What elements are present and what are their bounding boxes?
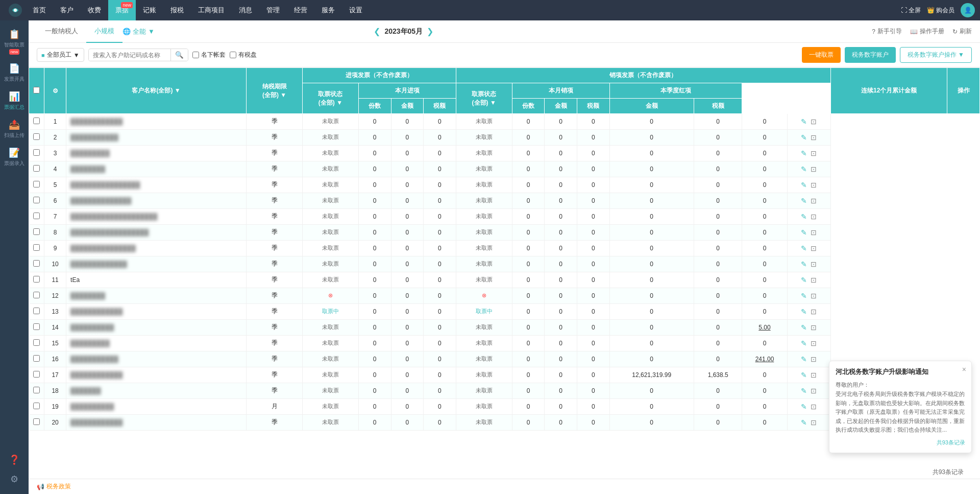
row-checkbox[interactable]	[29, 240, 44, 256]
next-period-btn[interactable]: ❯	[427, 27, 433, 36]
edit-btn[interactable]: ✎	[800, 354, 808, 364]
row-checkbox[interactable]	[29, 272, 44, 288]
copy-btn[interactable]: ⊡	[810, 291, 818, 301]
nav-billing[interactable]: 收费	[81, 0, 108, 20]
edit-btn[interactable]: ✎	[800, 322, 808, 333]
copy-btn[interactable]: ⊡	[810, 354, 818, 364]
nav-invoice[interactable]: 票据 new	[108, 0, 136, 20]
sidebar-item-invoice-entry[interactable]: 📝 票据录入	[0, 143, 29, 171]
fullscreen-btn[interactable]: ⛶ 全屏	[901, 6, 921, 15]
edit-btn[interactable]: ✎	[800, 164, 808, 174]
row-checkbox[interactable]	[29, 319, 44, 335]
edit-btn[interactable]: ✎	[800, 386, 808, 396]
edit-btn[interactable]: ✎	[800, 307, 808, 317]
row-checkbox[interactable]	[29, 398, 44, 414]
sidebar-item-help[interactable]: ❓	[9, 450, 20, 469]
tax-account-btn[interactable]: 税务数字账户	[845, 47, 896, 63]
edit-btn[interactable]: ✎	[800, 291, 808, 301]
edit-btn[interactable]: ✎	[800, 227, 808, 238]
nav-customers[interactable]: 客户	[53, 0, 81, 20]
copy-btn[interactable]: ⊡	[810, 322, 818, 333]
sidebar-item-invoice-open[interactable]: 📄 发票开具	[0, 59, 29, 87]
edit-btn[interactable]: ✎	[800, 275, 808, 285]
edit-btn[interactable]: ✎	[800, 132, 808, 143]
tax-account-op-btn[interactable]: 税务数字账户操作 ▼	[900, 47, 972, 63]
has-invoice-checkbox[interactable]: 有税盘	[230, 51, 257, 59]
copy-btn[interactable]: ⊡	[810, 227, 818, 238]
tab-general-taxpayer[interactable]: 一般纳税人	[37, 20, 86, 43]
edit-btn[interactable]: ✎	[800, 211, 808, 222]
row-checkbox[interactable]	[29, 193, 44, 208]
nav-home[interactable]: 首页	[26, 0, 53, 20]
row-checkbox[interactable]	[29, 114, 44, 130]
edit-btn[interactable]: ✎	[800, 243, 808, 253]
copy-btn[interactable]: ⊡	[810, 386, 818, 396]
one-click-fetch-btn[interactable]: 一键取票	[802, 47, 841, 63]
copy-btn[interactable]: ⊡	[810, 402, 818, 412]
copy-btn[interactable]: ⊡	[810, 211, 818, 222]
nav-management[interactable]: 管理	[259, 0, 287, 20]
edit-btn[interactable]: ✎	[800, 417, 808, 428]
nav-service[interactable]: 服务	[314, 0, 342, 20]
sidebar-item-config[interactable]: ⚙	[9, 469, 20, 489]
member-btn[interactable]: 👑 购会员	[927, 6, 954, 15]
row-checkbox[interactable]	[29, 145, 44, 161]
search-input[interactable]	[89, 50, 170, 61]
row-checkbox[interactable]	[29, 367, 44, 383]
row-checkbox[interactable]	[29, 288, 44, 303]
copy-btn[interactable]: ⊡	[810, 132, 818, 143]
nav-operation[interactable]: 经营	[287, 0, 314, 20]
nav-tax[interactable]: 报税	[163, 0, 191, 20]
search-btn[interactable]: 🔍	[170, 49, 188, 61]
ledger-checkbox[interactable]: 名下帐套	[192, 51, 226, 59]
copy-btn[interactable]: ⊡	[810, 307, 818, 317]
copy-btn[interactable]: ⊡	[810, 180, 818, 190]
tab-small-scale[interactable]: 小规模	[86, 20, 122, 43]
row-checkbox[interactable]	[29, 335, 44, 351]
edit-btn[interactable]: ✎	[800, 259, 808, 269]
select-all-checkbox[interactable]	[33, 87, 40, 93]
copy-btn[interactable]: ⊡	[810, 116, 818, 127]
tab-all-capable[interactable]: 🌐 全能 ▼	[122, 27, 155, 36]
edit-btn[interactable]: ✎	[800, 180, 808, 190]
row-checkbox[interactable]	[29, 129, 44, 145]
tax-policy-link[interactable]: 📢 税务政策	[37, 482, 71, 491]
copy-btn[interactable]: ⊡	[810, 164, 818, 174]
row-checkbox[interactable]	[29, 224, 44, 240]
copy-btn[interactable]: ⊡	[810, 338, 818, 348]
copy-btn[interactable]: ⊡	[810, 370, 818, 380]
copy-btn[interactable]: ⊡	[810, 259, 818, 269]
notification-close-btn[interactable]: ×	[962, 365, 966, 373]
copy-btn[interactable]: ⊡	[810, 148, 818, 158]
sidebar-item-scan-upload[interactable]: 📤 扫描上传	[0, 115, 29, 143]
nav-business[interactable]: 工商项目	[191, 0, 232, 20]
row-checkbox[interactable]	[29, 208, 44, 224]
copy-btn[interactable]: ⊡	[810, 275, 818, 285]
row-checkbox[interactable]	[29, 351, 44, 367]
sidebar-item-invoice-summary[interactable]: 📊 票据汇总	[0, 87, 29, 115]
edit-btn[interactable]: ✎	[800, 148, 808, 158]
manual-btn[interactable]: 📖 操作手册	[910, 27, 944, 36]
edit-btn[interactable]: ✎	[800, 196, 808, 206]
row-checkbox[interactable]	[29, 177, 44, 193]
user-avatar[interactable]: 👤	[961, 3, 975, 17]
new-user-guide-btn[interactable]: ? 新手引导	[872, 27, 902, 36]
row-checkbox[interactable]	[29, 383, 44, 398]
sidebar-item-smart-fetch[interactable]: 📋 智能取票 new	[0, 25, 29, 59]
nav-accounting[interactable]: 记账	[136, 0, 163, 20]
nav-settings[interactable]: 设置	[342, 0, 370, 20]
copy-btn[interactable]: ⊡	[810, 417, 818, 428]
prev-period-btn[interactable]: ❮	[374, 27, 380, 36]
employee-filter[interactable]: ■ 全部员工 ▼	[37, 48, 84, 62]
refresh-btn[interactable]: ↻ 刷新	[952, 27, 972, 36]
ledger-check-input[interactable]	[192, 52, 199, 58]
copy-btn[interactable]: ⊡	[810, 196, 818, 206]
has-invoice-check-input[interactable]	[230, 52, 236, 58]
edit-btn[interactable]: ✎	[800, 402, 808, 412]
edit-btn[interactable]: ✎	[800, 370, 808, 380]
row-checkbox[interactable]	[29, 303, 44, 319]
copy-btn[interactable]: ⊡	[810, 243, 818, 253]
row-checkbox[interactable]	[29, 414, 44, 430]
nav-messages[interactable]: 消息	[232, 0, 259, 20]
row-checkbox[interactable]	[29, 256, 44, 272]
